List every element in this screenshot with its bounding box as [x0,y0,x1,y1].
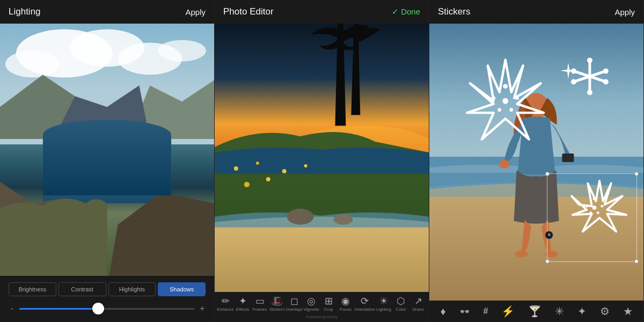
slider-thumb [92,303,104,314]
fjord-svg [0,24,214,276]
photo-editor-panel: Photo Editor ✓ Done [215,0,429,322]
toolbar-orientation[interactable]: ⟳ Orientation [354,296,375,312]
sticker-hashtag[interactable]: # [483,306,488,316]
toolbar-stickers[interactable]: 🎩 Stickers [268,296,286,312]
toolbar-color[interactable]: ⬡ Color [392,296,409,312]
svg-point-23 [515,251,528,258]
lighting-tabs: Brightness Contrast Highlights Shadows [9,282,206,296]
lighting-apply-button[interactable]: Apply [185,8,206,17]
lighting-photo [0,24,214,276]
slider-min-label: - [9,304,15,313]
svg-point-20 [499,160,510,169]
handle-tr[interactable] [634,172,639,176]
sticker-photo-area: × [429,24,643,301]
sticker-selection-box[interactable] [547,173,637,262]
slider-track[interactable] [19,308,195,310]
lighting-controls: Brightness Contrast Highlights Shadows -… [0,276,214,322]
toolbar-area: ✏ Enhance ✦ Effects ▭ Frames 🎩 Stickers … [215,292,429,322]
sticker-gear[interactable]: ⚙ [600,305,610,318]
stickers-icon: 🎩 [271,296,283,306]
sticker-star4[interactable]: ✦ [577,305,587,318]
svg-point-12 [304,164,308,167]
stickers-panel: Stickers Apply [429,0,644,322]
share-icon: ↗ [414,296,422,306]
tab-brightness[interactable]: Brightness [9,282,56,296]
sticker-glasses[interactable]: 👓 [459,306,470,317]
toolbar-crop[interactable]: ⊞ Crop [320,296,337,312]
vignette-icon: ◎ [307,296,316,306]
svg-rect-22 [562,153,574,162]
toolbar-vignette[interactable]: ◎ Vignette [303,296,320,312]
toolbar-enhance[interactable]: ✏ Enhance [217,296,234,312]
toolbar-focus[interactable]: ◉ Focus [337,296,354,312]
tab-shadows[interactable]: Shadows [158,282,206,296]
enhance-icon: ✏ [222,296,230,306]
lighting-header: Lighting Apply [0,0,214,24]
lighting-panel: Lighting Apply [0,0,215,322]
svg-point-14 [266,177,270,181]
overlays-icon: ◻ [290,296,298,306]
stickers-apply-button[interactable]: Apply [614,8,635,17]
slider-max-label: + [199,304,206,313]
lighting-icon: ☀ [379,296,388,306]
orientation-label: Orientation [354,308,375,312]
enhance-label: Enhance [217,308,234,312]
sticker-cocktail[interactable]: 🍸 [528,305,541,318]
svg-point-15 [287,209,314,225]
sticker-lightning[interactable]: ⚡ [501,305,515,318]
fjord-image [0,24,214,276]
svg-point-13 [244,182,250,187]
toolbar-lighting[interactable]: ☀ Lighting [375,296,392,312]
svg-point-9 [234,166,238,171]
share-label: Share [412,308,423,312]
svg-point-4 [5,50,59,77]
toolbar-effects[interactable]: ✦ Effects [234,296,251,312]
svg-point-10 [256,162,259,165]
toolbar-icons: ✏ Enhance ✦ Effects ▭ Frames 🎩 Stickers … [215,292,429,314]
sticker-star[interactable]: ★ [623,305,633,318]
photo-editor-header: Photo Editor ✓ Done [215,0,429,24]
orientation-icon: ⟳ [361,296,369,306]
color-icon: ⬡ [397,296,405,306]
checkmark-icon: ✓ [392,7,399,16]
svg-point-16 [333,214,353,225]
close-icon: × [548,232,551,238]
sticker-bar-area: ♦ 👓 # ⚡ 🍸 ✳ ✦ ⚙ ★ [429,301,643,322]
svg-point-11 [282,169,287,173]
toolbar-frames[interactable]: ▭ Frames [251,296,268,312]
focus-icon: ◉ [341,296,350,306]
tab-contrast[interactable]: Contrast [58,282,106,296]
stickers-label: Stickers [269,308,284,312]
toolbar-share[interactable]: ↗ Share [409,296,427,312]
sticker-gem[interactable]: ♦ [440,305,445,318]
lighting-title: Lighting [9,6,41,17]
overlays-label: Overlays [286,308,303,312]
photo-editor-done-button[interactable]: ✓ Done [392,7,420,17]
toolbar-overlays[interactable]: ◻ Overlays [286,296,303,312]
sticker-icons: ♦ 👓 # ⚡ 🍸 ✳ ✦ ⚙ ★ [429,301,643,322]
photo-editor-title: Photo Editor [223,6,274,17]
effects-label: Effects [236,308,249,312]
svg-point-5 [158,40,206,62]
slider-fill [19,308,98,310]
stickers-title: Stickers [438,6,470,17]
frames-label: Frames [252,308,267,312]
slider-row: - + [9,304,206,313]
svg-rect-6 [43,139,171,203]
crop-label: Crop [324,308,333,312]
focus-label: Focus [340,308,352,312]
handle-br[interactable] [634,259,639,264]
vignette-label: Vignette [303,308,319,312]
done-label-text: Done [401,7,420,16]
handle-tl[interactable] [545,172,550,176]
beach-svg [215,24,429,292]
beach-photo [215,24,429,292]
stickers-header: Stickers Apply [429,0,643,24]
effects-icon: ✦ [239,296,247,306]
sticker-sparkle[interactable]: ✳ [555,305,564,318]
tab-highlights[interactable]: Highlights [108,282,156,296]
powered-by-text: Powered by Aviary [215,314,429,322]
lighting-label: Lighting [376,308,391,312]
small-sparkle-sticker[interactable] [558,57,579,85]
frames-icon: ▭ [255,296,265,306]
